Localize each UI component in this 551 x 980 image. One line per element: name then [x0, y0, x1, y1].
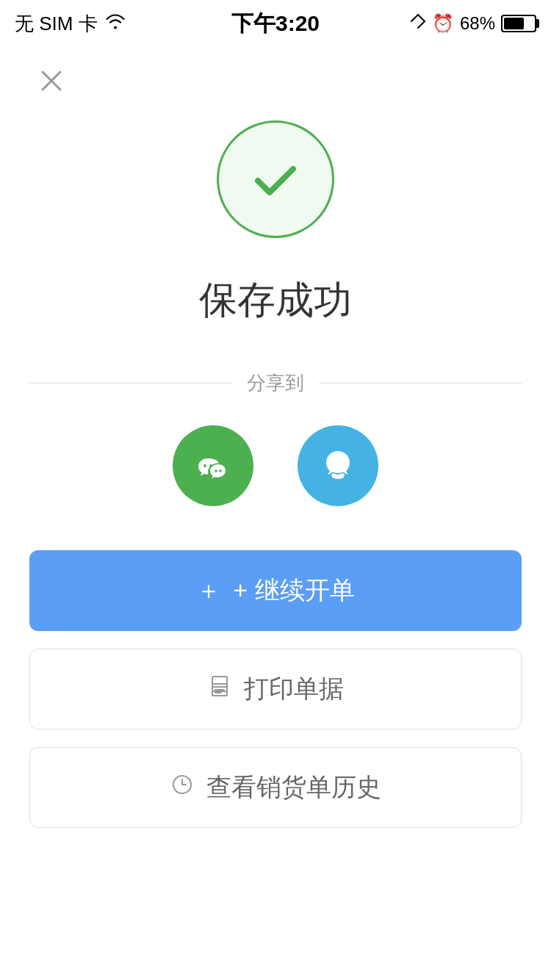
action-buttons: ＋ + 继续开单 打印单据 [0, 550, 551, 828]
qq-share-button[interactable] [298, 425, 378, 506]
wifi-icon [105, 13, 126, 34]
print-label: 打印单据 [244, 672, 344, 706]
print-icon [207, 674, 232, 705]
divider-left [29, 383, 232, 383]
status-time: 下午3:20 [231, 9, 320, 39]
divider-right [319, 383, 522, 383]
continue-button[interactable]: ＋ + 继续开单 [29, 550, 522, 631]
share-section: 分享到 [0, 370, 551, 506]
battery-text: 68% [460, 13, 495, 34]
plus-icon: ＋ [196, 574, 221, 608]
carrier-text: 无 SIM 卡 [15, 11, 98, 37]
svg-point-4 [215, 469, 217, 472]
svg-point-8 [332, 475, 344, 479]
success-title: 保存成功 [199, 275, 352, 326]
history-icon [170, 772, 195, 803]
battery-icon [501, 15, 536, 32]
status-left: 无 SIM 卡 [15, 11, 126, 37]
status-right: ⏰ 68% [410, 13, 536, 34]
main-content: 保存成功 分享到 [0, 47, 551, 828]
svg-rect-9 [212, 677, 227, 684]
history-label: 查看销货单历史 [206, 771, 381, 804]
location-icon [410, 13, 426, 34]
svg-point-13 [226, 685, 228, 688]
svg-point-2 [204, 464, 206, 467]
svg-rect-12 [215, 692, 222, 693]
continue-label: + 继续开单 [233, 574, 354, 608]
status-bar: 无 SIM 卡 下午3:20 ⏰ 68% [0, 0, 551, 47]
share-label: 分享到 [232, 370, 319, 396]
wechat-share-button[interactable] [173, 425, 253, 506]
print-button[interactable]: 打印单据 [29, 649, 522, 729]
close-button[interactable] [29, 59, 73, 103]
success-circle [217, 120, 334, 238]
alarm-icon: ⏰ [432, 13, 454, 34]
svg-point-5 [219, 469, 222, 472]
divider-row: 分享到 [0, 370, 551, 396]
history-button[interactable]: 查看销货单历史 [29, 747, 522, 828]
svg-rect-11 [215, 689, 225, 691]
share-icons [173, 425, 378, 506]
